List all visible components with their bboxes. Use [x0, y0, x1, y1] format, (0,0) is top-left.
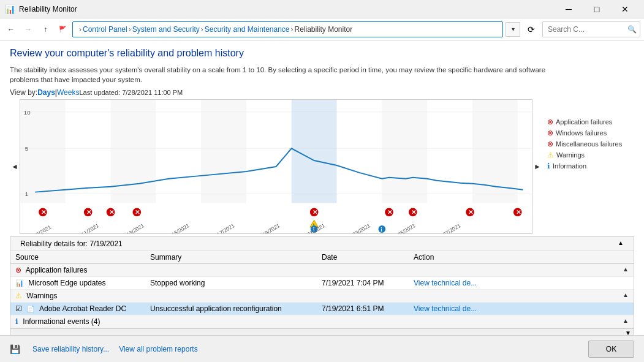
warnings-section-icon: ⚠ [15, 292, 22, 300]
svg-rect-5 [201, 100, 246, 203]
misc-failures-icon: ⊗ [547, 140, 553, 148]
edge-action-cell[interactable]: View technical de... [409, 277, 634, 290]
legend-misc-failures: ⊗ Miscellaneous failures [547, 140, 634, 148]
chart-nav-left[interactable]: ◄ [10, 99, 20, 234]
search-container: 🔍 [542, 21, 640, 37]
legend-information-label: Information [553, 162, 586, 170]
window-controls: ─ □ ✕ [555, 0, 639, 18]
col-source: Source [10, 251, 145, 264]
svg-text:✕: ✕ [135, 209, 140, 216]
acrobat-summary-cell: Unsuccessful application reconfiguration [145, 303, 317, 315]
svg-text:✕: ✕ [387, 209, 392, 216]
ok-button[interactable]: OK [588, 341, 634, 358]
window-title: Reliability Monitor [19, 5, 555, 13]
legend-app-failures: ⊗ Application failures [547, 118, 634, 126]
acrobat-source-cell: ☑ 📄 Adobe Acrobat Reader DC [10, 303, 145, 315]
warnings-section-label: Warnings [26, 292, 57, 300]
windows-failures-icon: ⊗ [547, 129, 553, 137]
address-dropdown-button[interactable]: ▾ [506, 22, 520, 37]
view-by-label: View by: [10, 88, 37, 97]
page-title: Review your computer's reliability and p… [10, 48, 244, 59]
svg-text:10: 10 [24, 109, 31, 116]
app-failures-icon: ⊗ [547, 118, 553, 126]
svg-text:✕: ✕ [468, 209, 473, 216]
view-days-link[interactable]: Days [37, 88, 55, 97]
svg-text:7/13/2021: 7/13/2021 [121, 222, 145, 233]
svg-text:7/25/2021: 7/25/2021 [393, 222, 417, 233]
svg-text:1: 1 [25, 190, 28, 197]
svg-text:7/17/2021: 7/17/2021 [212, 222, 236, 233]
info-section-row[interactable]: ℹ Informational events (4) ▲ [10, 315, 634, 328]
info-collapse-btn[interactable]: ▲ [623, 317, 629, 324]
edge-source: Microsoft Edge updates [28, 279, 105, 287]
col-date: Date [317, 251, 409, 264]
reliability-chart-svg: 10 5 1 ✕ ✕ ✕ ✕ ✕ ✕ ✕ [20, 100, 532, 233]
window-icon: 📊 [5, 4, 15, 14]
svg-text:7/23/2021: 7/23/2021 [347, 222, 371, 233]
svg-text:5: 5 [25, 145, 29, 152]
save-icon: 💾 [10, 344, 20, 354]
legend-windows-failures: ⊗ Windows failures [547, 129, 634, 137]
address-bar: ← → ↑ 🚩 › Control Panel › System and Sec… [0, 18, 644, 40]
info-section-icon: ℹ [15, 317, 18, 326]
edge-date-cell: 7/19/2021 7:04 PM [317, 277, 409, 290]
legend-warnings: ⚠ Warnings [547, 151, 634, 159]
svg-text:7/11/2021: 7/11/2021 [77, 222, 100, 233]
close-button[interactable]: ✕ [611, 0, 639, 18]
search-input[interactable] [542, 21, 640, 37]
details-scroll-up[interactable]: ▲ [618, 239, 624, 246]
view-weeks-link[interactable]: Weeks [57, 88, 79, 97]
acrobat-row: ☑ 📄 Adobe Acrobat Reader DC Unsuccessful… [10, 303, 634, 315]
svg-rect-4 [111, 100, 156, 203]
svg-text:✕: ✕ [411, 209, 416, 216]
search-icon: 🔍 [627, 25, 637, 34]
app-failures-collapse-btn[interactable]: ▲ [623, 266, 629, 273]
acrobat-icon: 📄 [26, 305, 35, 312]
details-header-text: Reliability details for: 7/19/2021 [20, 239, 123, 248]
svg-text:i: i [381, 227, 382, 233]
refresh-button[interactable]: ⟳ [523, 21, 540, 37]
acrobat-checkbox[interactable]: ☑ [15, 304, 22, 313]
title-bar: 📊 Reliability Monitor ─ □ ✕ [0, 0, 644, 18]
app-failures-section-row[interactable]: ⊗ Application failures ▲ [10, 264, 634, 277]
address-field[interactable]: › Control Panel › System and Security › … [72, 21, 503, 37]
information-icon: ℹ [547, 162, 550, 170]
breadcrumb-system-security[interactable]: System and Security [132, 25, 200, 34]
up-button[interactable]: ↑ [38, 22, 53, 37]
details-scroll-container: ▼ [10, 328, 634, 335]
acrobat-date-cell: 7/19/2021 6:51 PM [317, 303, 409, 315]
save-reliability-link[interactable]: Save reliability history... [32, 345, 109, 353]
legend-app-failures-label: Application failures [556, 118, 612, 126]
back-button[interactable]: ← [4, 22, 18, 37]
acrobat-action-cell[interactable]: View technical de... [409, 303, 634, 315]
breadcrumb-control-panel[interactable]: Control Panel [83, 25, 127, 34]
edge-source-cell: 📊 Microsoft Edge updates [10, 277, 145, 290]
warnings-section-row[interactable]: ⚠ Warnings ▲ [10, 290, 634, 303]
col-action: Action [409, 251, 634, 264]
legend-windows-failures-label: Windows failures [556, 129, 607, 137]
svg-text:✕: ✕ [313, 209, 317, 216]
warnings-collapse-btn[interactable]: ▲ [623, 292, 629, 298]
recent-button[interactable]: 🚩 [55, 22, 70, 37]
legend-warnings-label: Warnings [556, 151, 585, 159]
svg-text:✕: ✕ [86, 209, 91, 216]
view-reports-link[interactable]: View all problem reports [119, 345, 198, 353]
details-scroll-down[interactable]: ▼ [625, 330, 631, 335]
edge-action-link[interactable]: View technical de... [414, 279, 477, 287]
details-area: Reliability details for: 7/19/2021 ▲ Sou… [10, 236, 634, 335]
chart-nav-right[interactable]: ► [532, 99, 542, 234]
bottom-bar: 💾 Save reliability history... View all p… [0, 335, 644, 362]
maximize-button[interactable]: □ [583, 0, 611, 18]
svg-text:7/27/2021: 7/27/2021 [438, 222, 462, 233]
details-table: Source Summary Date Action ⊗ Application… [10, 251, 634, 328]
acrobat-source: Adobe Acrobat Reader DC [39, 304, 126, 313]
main-content: Review your computer's reliability and p… [0, 40, 644, 335]
breadcrumb-security-maintenance[interactable]: Security and Maintenance [205, 25, 290, 34]
svg-text:7/19/2021: 7/19/2021 [257, 222, 281, 233]
app-failures-section-icon: ⊗ [15, 266, 21, 274]
chart-area[interactable]: 10 5 1 ✕ ✕ ✕ ✕ ✕ ✕ ✕ [20, 99, 532, 234]
warnings-icon: ⚠ [547, 151, 554, 159]
forward-button[interactable]: → [21, 22, 36, 37]
minimize-button[interactable]: ─ [555, 0, 583, 18]
acrobat-action-link[interactable]: View technical de... [414, 304, 477, 313]
